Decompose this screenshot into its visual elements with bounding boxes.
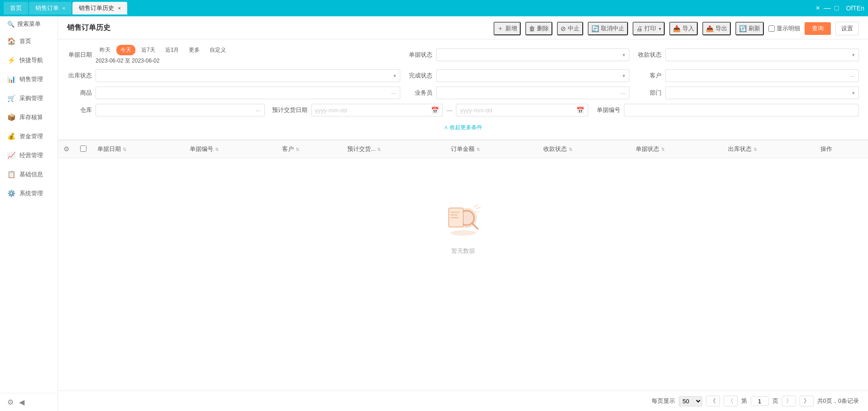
- date-btn-7days[interactable]: 近7天: [137, 45, 159, 55]
- warehouse-control[interactable]: ···: [96, 104, 265, 116]
- content-area: 销售订单历史 ＋ 新增 🗑 删除 ⊘ 中止 🔄 取消中止: [58, 16, 868, 411]
- sidebar-item-inventory[interactable]: 📦 库存核算: [0, 108, 58, 127]
- th-order-amount-label: 订单金额: [451, 145, 475, 152]
- filter-salesperson: 业务员 ···: [408, 87, 630, 99]
- tab-home[interactable]: 首页: [4, 2, 28, 15]
- sidebar-item-quick-nav[interactable]: ⚡ 快捷导航: [0, 51, 58, 70]
- salesperson-label: 业务员: [408, 89, 432, 97]
- completion-status-control[interactable]: ▾: [436, 69, 630, 82]
- date-dash: —: [445, 107, 454, 114]
- th-voucher-date-label: 单据日期: [97, 145, 121, 152]
- filter-voucher-no: 单据编号: [595, 104, 859, 116]
- th-operation: 操作: [815, 140, 868, 158]
- th-expected-delivery[interactable]: 预计交货...: [342, 140, 446, 158]
- date-btn-1month[interactable]: 近1月: [161, 45, 183, 55]
- date-btn-yesterday[interactable]: 昨天: [96, 45, 115, 55]
- next-page-button[interactable]: 〉: [782, 396, 796, 406]
- sidebar-item-basic-info[interactable]: 📋 基础信息: [0, 165, 58, 184]
- export-button[interactable]: 📤 导出: [702, 22, 731, 35]
- filter-outbound-status: 出库状态 ▾: [67, 69, 400, 82]
- customer-control[interactable]: ···: [665, 69, 859, 82]
- sidebar-item-sales[interactable]: 📊 销售管理: [0, 70, 58, 89]
- date-btn-custom[interactable]: 自定义: [206, 45, 230, 55]
- inventory-icon: 📦: [7, 113, 16, 121]
- cancel-stop-button[interactable]: 🔄 取消中止: [588, 22, 628, 35]
- import-button[interactable]: 📥 导入: [669, 22, 698, 35]
- home-icon: 🏠: [7, 37, 16, 45]
- page-size-select[interactable]: 10 20 50 100: [679, 396, 702, 406]
- voucher-status-control[interactable]: ▾: [436, 48, 630, 61]
- prev-page-button[interactable]: 〈: [724, 396, 738, 406]
- sidebar-footer: ⚙ ◀: [0, 393, 58, 411]
- settings-button[interactable]: 设置: [835, 22, 859, 35]
- tab-sales-order[interactable]: 销售订单 ×: [29, 2, 72, 15]
- calendar-start-icon[interactable]: 📅: [431, 106, 439, 114]
- topbar-minimize-icon[interactable]: —: [824, 4, 831, 12]
- delivery-date-start-control[interactable]: yyyy-mm-dd 📅: [311, 104, 443, 116]
- table-settings-icon[interactable]: ⚙: [63, 145, 69, 153]
- page-word: 页: [772, 397, 778, 405]
- voucher-no-control[interactable]: [624, 104, 859, 116]
- first-page-button[interactable]: 《: [706, 396, 720, 406]
- select-all-checkbox[interactable]: [80, 145, 86, 152]
- outbound-status-control[interactable]: ▾: [96, 69, 400, 82]
- voucher-status-label: 单据状态: [408, 51, 432, 59]
- operations-icon: 📈: [7, 151, 16, 160]
- filter-voucher-status: 单据状态 ▾: [408, 48, 630, 61]
- filter-voucher-date: 单据日期 昨天 今天 近7天 近1月 更多 自定义 2023-06-02 至 2…: [67, 45, 400, 65]
- th-voucher-date[interactable]: 单据日期: [92, 140, 184, 158]
- stop-button[interactable]: ⊘ 中止: [557, 22, 583, 35]
- topbar-restore-icon[interactable]: □: [834, 4, 839, 12]
- display-cols-checkbox[interactable]: [768, 25, 775, 32]
- svg-line-8: [475, 204, 478, 207]
- th-operation-label: 操作: [820, 145, 832, 152]
- tab-sales-order-history-close[interactable]: ×: [118, 5, 120, 11]
- th-receipt-status[interactable]: 收款状态: [538, 140, 630, 158]
- query-label: 查询: [812, 25, 824, 32]
- voucher-date-label: 单据日期: [67, 51, 92, 59]
- last-page-button[interactable]: 》: [800, 396, 814, 406]
- sidebar-collapse-icon[interactable]: ◀: [19, 398, 24, 406]
- sidebar-item-purchase[interactable]: 🛒 采购管理: [0, 89, 58, 108]
- calendar-end-icon[interactable]: 📅: [576, 106, 584, 114]
- th-outbound-status[interactable]: 出库状态: [723, 140, 815, 158]
- refresh-button[interactable]: 🔃 刷新: [735, 22, 764, 35]
- th-order-amount[interactable]: 订单金额: [446, 140, 538, 158]
- display-cols-toggle[interactable]: 显示明细: [768, 24, 800, 33]
- date-btn-more[interactable]: 更多: [185, 45, 204, 55]
- salesperson-control[interactable]: ···: [436, 87, 630, 99]
- sidebar-search[interactable]: 🔍 搜索菜单: [0, 16, 58, 32]
- th-outbound-status-label: 出库状态: [728, 145, 752, 152]
- stop-label: 中止: [568, 24, 580, 33]
- query-button[interactable]: 查询: [805, 22, 831, 35]
- delivery-date-end-control[interactable]: yyyy-mm-dd 📅: [456, 104, 588, 116]
- topbar-close-icon[interactable]: ×: [816, 4, 820, 12]
- sidebar-item-operations[interactable]: 📈 经营管理: [0, 146, 58, 165]
- sidebar-item-quick-nav-label: 快捷导航: [19, 56, 43, 64]
- filter-collapse-button[interactable]: ∧ 收起更多条件: [67, 121, 859, 134]
- current-page-input[interactable]: [751, 396, 769, 406]
- sidebar-item-system[interactable]: ⚙️ 系统管理: [0, 184, 58, 203]
- print-button[interactable]: 🖨 打印: [633, 22, 665, 35]
- delete-label: 删除: [537, 24, 549, 33]
- sidebar-item-finance[interactable]: 💰 资金管理: [0, 127, 58, 146]
- product-control[interactable]: ···: [96, 87, 400, 99]
- delete-button[interactable]: 🗑 删除: [525, 22, 552, 35]
- date-btn-today[interactable]: 今天: [116, 45, 135, 55]
- th-customer[interactable]: 客户: [277, 140, 342, 158]
- sidebar-settings-icon[interactable]: ⚙: [7, 398, 14, 406]
- export-label: 导出: [715, 24, 727, 33]
- receipt-status-control[interactable]: ▾: [665, 48, 859, 61]
- sidebar-item-home[interactable]: 🏠 首页: [0, 32, 58, 51]
- department-control[interactable]: ▾: [665, 87, 859, 99]
- th-voucher-no[interactable]: 单据编号: [184, 140, 277, 158]
- new-button[interactable]: ＋ 新增: [494, 22, 521, 35]
- th-voucher-status[interactable]: 单据状态: [630, 140, 723, 158]
- tab-home-label: 首页: [10, 4, 22, 12]
- print-icon: 🖨: [636, 25, 643, 32]
- page-title: 销售订单历史: [67, 23, 110, 38]
- tab-sales-order-history[interactable]: 销售订单历史 ×: [72, 2, 127, 15]
- filter-row-4: 仓库 ··· 预计交货日期 yyyy-mm-dd 📅 —: [67, 104, 859, 116]
- sales-icon: 📊: [7, 75, 16, 83]
- tab-sales-order-close[interactable]: ×: [62, 5, 65, 11]
